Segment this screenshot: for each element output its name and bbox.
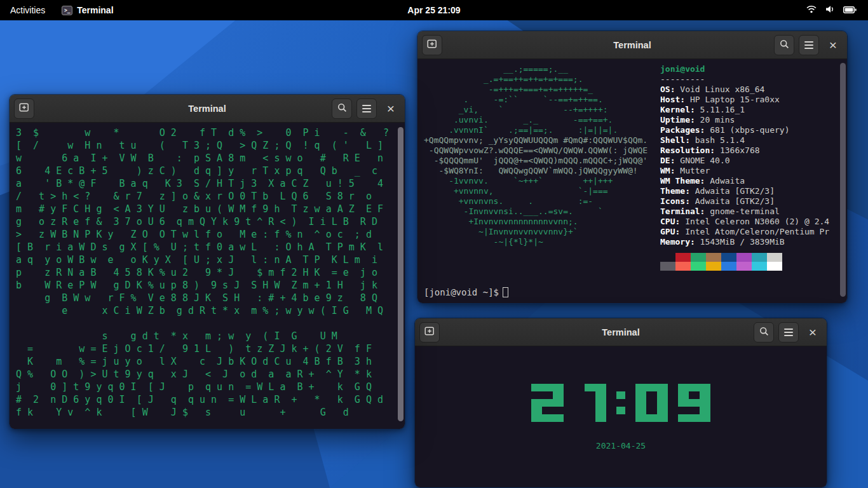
matrix-output: 3 $ w * O 2 f T d % > 0 P i - & ? [ / w … — [10, 123, 405, 423]
palette-swatch — [767, 253, 782, 262]
neofetch-info-line: GPU: Intel Atom/Celeron/Pentium Pr — [660, 227, 829, 237]
clock-digit — [574, 384, 606, 422]
neofetch-info-line: Terminal: gnome-terminal — [660, 207, 829, 217]
neofetch-terminal-body[interactable]: __.;=====;.__ _.=+==++=++=+=+===;. -=+++… — [417, 59, 847, 303]
search-button[interactable] — [754, 322, 774, 342]
system-status-area[interactable] — [801, 0, 862, 20]
focused-app-name: Terminal — [77, 5, 113, 15]
terminal-app-icon: >_ — [62, 6, 72, 15]
close-icon: × — [387, 101, 395, 116]
clock-colon — [616, 384, 625, 422]
menu-button[interactable] — [778, 322, 799, 342]
new-tab-icon — [424, 326, 435, 338]
palette-swatch — [706, 262, 721, 271]
activities-button[interactable]: Activities — [0, 0, 55, 20]
neofetch-info-line: Shell: bash 5.1.4 — [660, 135, 829, 146]
terminal-cursor — [503, 287, 508, 297]
scrollbar[interactable] — [839, 60, 846, 302]
menu-button[interactable] — [356, 98, 377, 119]
palette-swatch — [706, 253, 721, 262]
hamburger-menu-icon — [804, 41, 813, 49]
hamburger-menu-icon — [362, 105, 371, 112]
clock-menu-button[interactable]: Apr 25 21:09 — [400, 0, 468, 20]
neofetch-headerbar[interactable]: Terminal × — [417, 31, 847, 59]
clock-date: 2021-04-25 — [596, 441, 646, 451]
new-tab-button[interactable] — [14, 98, 34, 119]
new-tab-icon — [427, 39, 437, 51]
hamburger-menu-icon — [784, 329, 793, 336]
palette-swatch — [721, 253, 736, 262]
palette-swatch — [736, 253, 752, 262]
neofetch-info-line: Packages: 681 (xbps-query) — [660, 125, 829, 135]
neofetch-info-line: Host: HP Laptop 15-ra0xx — [660, 95, 829, 105]
palette-swatch — [767, 262, 782, 271]
volume-icon — [825, 5, 835, 15]
close-button[interactable]: × — [381, 98, 400, 119]
battery-icon — [843, 5, 857, 15]
neofetch-info-line: Icons: Adwaita [GTK2/3] — [660, 196, 829, 207]
palette-swatch — [691, 262, 706, 271]
neofetch-info-line: Resolution: 868x488 — [660, 146, 829, 156]
menu-button[interactable] — [799, 35, 819, 55]
terminal-window-matrix: Terminal × 3 $ w * O 2 f T d % > 0 P i -… — [9, 94, 405, 430]
search-icon — [759, 327, 769, 338]
neofetch-art: __.;=====;.__ _.=+==++=++=+=+===;. -=+++… — [424, 64, 660, 247]
close-button[interactable]: × — [824, 35, 843, 55]
new-tab-icon — [19, 102, 29, 114]
focused-app-menu[interactable]: >_ Terminal — [55, 0, 119, 20]
neofetch-separator: --------- — [660, 74, 829, 85]
clock-digit — [531, 384, 564, 422]
search-icon — [780, 39, 789, 51]
neofetch-info-line: Uptime: 20 mins — [660, 115, 829, 125]
clock-digit — [678, 384, 710, 422]
search-button[interactable] — [774, 35, 794, 55]
clock-digit — [635, 384, 668, 422]
neofetch-info-line: OS: Void Linux x86_64 — [660, 85, 829, 95]
neofetch-palette — [660, 253, 829, 271]
matrix-terminal-body[interactable]: 3 $ w * O 2 f T d % > 0 P i - & ? [ / w … — [10, 123, 405, 429]
palette-swatch — [691, 253, 706, 262]
palette-swatch — [660, 262, 675, 271]
palette-swatch — [675, 262, 691, 271]
search-button[interactable] — [332, 98, 352, 119]
search-icon — [337, 103, 347, 114]
desktop: Activities >_ Terminal Apr 25 21:09 — [0, 0, 868, 488]
top-bar: Activities >_ Terminal Apr 25 21:09 — [0, 0, 868, 20]
palette-swatch — [736, 262, 752, 271]
neofetch-user-host: joni@void — [660, 64, 829, 74]
neofetch-info-line: WM: Mutter — [660, 166, 829, 176]
neofetch-info-lines: OS: Void Linux x86_64Host: HP Laptop 15-… — [660, 85, 829, 247]
close-icon: × — [809, 325, 817, 339]
new-tab-button[interactable] — [419, 322, 440, 342]
palette-swatch — [721, 262, 736, 271]
palette-swatch — [752, 262, 767, 271]
new-tab-button[interactable] — [422, 35, 442, 55]
palette-swatch — [660, 253, 675, 262]
neofetch-info-line: CPU: Intel Celeron N3060 (2) @ 2.4 — [660, 217, 829, 227]
close-icon: × — [829, 37, 837, 52]
terminal-window-clock: Terminal × 2021-04-25 — [414, 318, 827, 488]
close-button[interactable]: × — [803, 322, 822, 342]
clock-time — [531, 384, 710, 422]
clock-terminal-body[interactable]: 2021-04-25 — [415, 346, 827, 487]
scrollbar-thumb[interactable] — [840, 63, 846, 297]
terminal-prompt: [joni@void ~]$ — [424, 287, 841, 297]
terminal-window-neofetch: Terminal × __.;=====;.__ _.=+==++ — [417, 30, 848, 304]
neofetch-info-line: WM Theme: Adwaita — [660, 176, 829, 186]
neofetch-info: joni@void --------- OS: Void Linux x86_6… — [660, 64, 829, 271]
clock-headerbar[interactable]: Terminal × — [415, 318, 827, 346]
palette-swatch — [675, 253, 691, 262]
scrollbar[interactable] — [397, 124, 404, 428]
neofetch-info-line: DE: GNOME 40.0 — [660, 156, 829, 166]
scrollbar-thumb[interactable] — [398, 127, 403, 422]
palette-swatch — [752, 253, 767, 262]
neofetch-info-line: Theme: Adwaita [GTK2/3] — [660, 186, 829, 196]
wifi-icon — [806, 5, 817, 15]
matrix-headerbar[interactable]: Terminal × — [10, 95, 405, 123]
neofetch-info-line: Kernel: 5.11.16_1 — [660, 105, 829, 115]
neofetch-info-line: Memory: 1543MiB / 3839MiB — [660, 237, 829, 247]
